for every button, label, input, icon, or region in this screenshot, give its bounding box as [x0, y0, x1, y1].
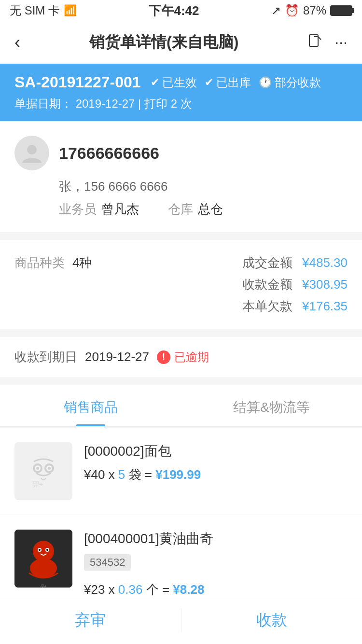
- product-price-1: ¥40 x 5 袋 = ¥199.99: [84, 466, 348, 483]
- status-shipped-label: 已出库: [216, 75, 251, 90]
- product-equals-1: =: [145, 467, 155, 482]
- customer-section: 17666666666 张，156 6666 6666 业务员 曾凡杰 仓库 总…: [0, 121, 362, 232]
- received-row: 收款金额 ¥308.95: [242, 276, 348, 293]
- customer-info-row: 张，156 6666 6666: [14, 178, 348, 195]
- owe-row: 本单欠款 ¥176.35: [242, 298, 348, 315]
- status-left: 无 SIM 卡 📶: [10, 3, 77, 18]
- status-badges: ✔ 已生效 ✔ 已出库 🕐 部分收款: [151, 75, 321, 90]
- tab-products[interactable]: 销售商品: [0, 385, 181, 426]
- product-unit-2: 个: [146, 582, 159, 597]
- alarm-icon: ⏰: [285, 4, 299, 17]
- product-info-2: [000400001]黄油曲奇 534532 ¥23 x 0.36 个 = ¥8…: [84, 530, 348, 598]
- page-title: 销货单详情(来自电脑): [89, 32, 238, 53]
- customer-staff-row: 业务员 曾凡杰 仓库 总仓: [14, 201, 348, 218]
- bottom-bar: 弃审 收款: [0, 596, 362, 644]
- product-total-2: ¥8.28: [173, 582, 204, 597]
- date-separator: |: [138, 97, 144, 110]
- header-date-row: 单据日期： 2019-12-27 | 打印 2 次: [14, 96, 348, 112]
- owe-label: 本单欠款: [242, 298, 292, 315]
- svg-point-15: [46, 549, 48, 551]
- order-header: SA-20191227-001 ✔ 已生效 ✔ 已出库 🕐 部分收款 单据日期：…: [0, 64, 362, 121]
- customer-contact: 张，156 6666 6666: [59, 179, 168, 194]
- product-name-2: [000400001]黄油曲奇: [84, 530, 348, 548]
- warehouse-item: 仓库 总仓: [168, 201, 223, 218]
- confirm-button[interactable]: 收款: [181, 600, 362, 641]
- share-button[interactable]: [307, 33, 323, 52]
- overdue-text: 已逾期: [174, 350, 209, 365]
- order-date: 2019-12-27: [76, 97, 135, 110]
- cancel-button[interactable]: 弃审: [0, 600, 181, 641]
- table-row: 羿+ [0000002]面包 ¥40 x 5 袋 = ¥199.99: [0, 428, 362, 515]
- battery-text: 87%: [303, 4, 326, 17]
- warehouse-name: 总仓: [198, 201, 223, 218]
- customer-name: 17666666666: [59, 144, 159, 163]
- svg-point-7: [48, 467, 51, 470]
- nav-bar: ‹ 销货单详情(来自电脑) ···: [0, 21, 362, 64]
- product-name-1: [0000002]面包: [84, 442, 348, 461]
- tabs-section: 销售商品 结算&物流等: [0, 385, 362, 427]
- header-top-row: SA-20191227-001 ✔ 已生效 ✔ 已出库 🕐 部分收款: [14, 73, 348, 91]
- print-info: 打印 2 次: [144, 97, 192, 110]
- clock-icon: 🕐: [259, 76, 272, 89]
- status-time: 下午4:42: [149, 2, 199, 19]
- stats-category: 商品种类 4种: [14, 254, 92, 271]
- product-info-1: [0000002]面包 ¥40 x 5 袋 = ¥199.99: [84, 442, 348, 483]
- product-multiply-2: x: [109, 582, 118, 597]
- product-tag-2: 534532: [84, 554, 131, 571]
- status-effected-label: 已生效: [162, 75, 197, 90]
- product-unit-price-1: ¥40: [84, 467, 105, 482]
- overdue-badge: ! 已逾期: [157, 350, 209, 365]
- product-thumbnail-1: 羿+: [14, 442, 72, 500]
- status-partial-label: 部分收款: [275, 75, 321, 90]
- customer-top: 17666666666: [14, 136, 348, 170]
- svg-point-14: [39, 549, 41, 551]
- location-icon: ↗: [271, 4, 281, 17]
- product-total-1: ¥199.99: [155, 467, 201, 482]
- order-id: SA-20191227-001: [14, 73, 141, 91]
- date-label: 单据日期：: [14, 97, 72, 110]
- staff-name: 曾凡杰: [101, 201, 139, 218]
- battery-bar: [330, 5, 352, 16]
- svg-point-6: [36, 467, 39, 470]
- wifi-icon: 📶: [64, 4, 77, 17]
- staff-label: 业务员: [59, 201, 97, 218]
- category-label: 商品种类: [14, 254, 65, 271]
- stats-section: 商品种类 4种 成交金额 ¥485.30 收款金额 ¥308.95 本单欠款 ¥…: [0, 240, 362, 329]
- product-qty-1: 5: [118, 467, 125, 482]
- check-icon-1: ✔: [151, 76, 159, 89]
- svg-text:羿+: 羿+: [32, 480, 43, 488]
- product-equals-2: =: [162, 582, 173, 597]
- back-button[interactable]: ‹: [14, 32, 20, 53]
- overdue-icon: !: [157, 350, 170, 364]
- status-badge-effected: ✔ 已生效: [151, 75, 197, 90]
- status-badge-partial: 🕐 部分收款: [259, 75, 321, 90]
- product-unit-price-2: ¥23: [84, 582, 105, 597]
- product-thumbnail-2: 品+: [14, 530, 72, 588]
- product-qty-2: 0.36: [118, 582, 143, 597]
- carrier-text: 无 SIM 卡: [10, 3, 60, 18]
- status-badge-shipped: ✔ 已出库: [205, 75, 251, 90]
- amount-value: ¥485.30: [302, 255, 348, 270]
- staff-item: 业务员 曾凡杰: [59, 201, 139, 218]
- product-multiply-1: x: [109, 467, 118, 482]
- received-label: 收款金额: [242, 276, 292, 293]
- status-bar: 无 SIM 卡 📶 下午4:42 ↗ ⏰ 87%: [0, 0, 362, 21]
- nav-right-buttons: ···: [307, 33, 348, 52]
- stats-amounts: 成交金额 ¥485.30 收款金额 ¥308.95 本单欠款 ¥176.35: [242, 254, 348, 315]
- amount-label: 成交金额: [242, 254, 292, 271]
- check-icon-2: ✔: [205, 76, 213, 89]
- product-list: 羿+ [0000002]面包 ¥40 x 5 袋 = ¥199.99: [0, 428, 362, 613]
- amount-row: 成交金额 ¥485.30: [242, 254, 348, 271]
- received-value: ¥308.95: [302, 277, 348, 292]
- more-button[interactable]: ···: [334, 33, 348, 51]
- svg-text:品+: 品+: [41, 584, 47, 588]
- status-right: ↗ ⏰ 87%: [271, 4, 352, 17]
- svg-point-11: [30, 559, 57, 578]
- svg-point-1: [27, 145, 37, 154]
- tab-products-label: 销售商品: [64, 400, 118, 415]
- owe-value: ¥176.35: [302, 299, 348, 314]
- tab-settlement-label: 结算&物流等: [233, 400, 310, 415]
- tab-settlement[interactable]: 结算&物流等: [181, 385, 362, 426]
- product-unit-1: 袋: [129, 467, 141, 482]
- category-value: 4种: [72, 254, 92, 271]
